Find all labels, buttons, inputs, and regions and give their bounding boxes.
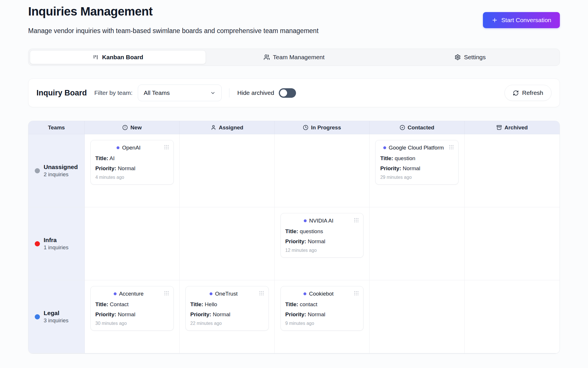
vendor-status-dot (303, 292, 306, 295)
kanban-cell-new[interactable]: OpenAITitle: AIPriority: Normal4 minutes… (85, 134, 180, 207)
inquiry-card[interactable]: NVIDIA AITitle: questionsPriority: Norma… (281, 213, 364, 258)
kanban-cell-contacted[interactable] (370, 207, 465, 280)
inquiry-card-header: OneTrust (190, 290, 264, 298)
kanban-cell-in_progress[interactable]: CookiebotTitle: contactPriority: Normal9… (275, 280, 370, 353)
lane-teams-cell: Unassigned2 inquiries (28, 134, 85, 207)
vendor-name: OpenAI (122, 145, 140, 151)
page-title: Inquiries Management (28, 5, 560, 18)
toolbar-divider (229, 88, 229, 97)
kanban-cell-contacted[interactable] (370, 280, 465, 353)
inquiry-title-label: Title: (95, 155, 108, 161)
kanban-grid: TeamsNewAssignedIn ProgressContactedArch… (28, 121, 560, 353)
vendor-name: NVIDIA AI (309, 218, 333, 224)
team-name: Infra (44, 237, 69, 244)
kanban-cell-in_progress[interactable]: NVIDIA AITitle: questionsPriority: Norma… (275, 207, 370, 280)
inquiry-priority-value: Normal (211, 311, 231, 317)
team-inquiry-count: 1 inquiries (44, 244, 69, 251)
start-conversation-button[interactable]: Start Conversation (483, 12, 560, 28)
toggle-knob (280, 89, 287, 97)
inquiry-timestamp: 12 minutes ago (285, 248, 359, 253)
team-filter-select[interactable]: All Teams (138, 85, 222, 101)
vendor-name: OneTrust (215, 291, 238, 297)
team-color-dot (35, 168, 40, 173)
inquiry-priority-line: Priority: Normal (380, 165, 454, 172)
refresh-button[interactable]: Refresh (504, 85, 552, 101)
vendor-status-dot (383, 146, 386, 149)
inquiry-card-header: OpenAI (95, 144, 169, 152)
drag-handle-icon[interactable] (259, 290, 264, 297)
inquiry-card[interactable]: OpenAITitle: AIPriority: Normal4 minutes… (90, 140, 174, 185)
inquiry-priority-value: Normal (306, 238, 325, 244)
inquiry-title-label: Title: (285, 301, 298, 307)
inquiry-priority-line: Priority: Normal (95, 311, 169, 318)
inquiry-title-label: Title: (380, 155, 393, 161)
tab-label: Team Management (273, 54, 325, 61)
drag-handle-icon[interactable] (164, 290, 169, 297)
inquiry-timestamp: 4 minutes ago (95, 175, 169, 180)
tab-label: Kanban Board (102, 54, 143, 61)
inquiry-priority-label: Priority: (380, 165, 401, 171)
inquiry-title-line: Title: AI (95, 155, 169, 162)
team-info: Infra1 inquiries (44, 237, 69, 251)
inquiry-timestamp: 22 minutes ago (190, 321, 264, 326)
kanban-cell-archived[interactable] (465, 280, 560, 353)
inquiry-timestamp: 30 minutes ago (95, 321, 169, 326)
kanban-board: TeamsNewAssignedIn ProgressContactedArch… (28, 121, 560, 354)
inquiry-timestamp: 9 minutes ago (285, 321, 359, 326)
kanban-cell-new[interactable]: AccentureTitle: ContactPriority: Normal3… (85, 280, 180, 353)
hide-archived-toggle[interactable] (279, 88, 296, 98)
column-header-label: Contacted (408, 124, 434, 131)
inquiry-title-line: Title: Hello (190, 301, 264, 308)
tab-settings[interactable]: Settings (382, 50, 558, 64)
team-inquiry-count: 2 inquiries (44, 171, 78, 178)
lane-teams-cell: Legal3 inquiries (28, 280, 85, 353)
inquiry-priority-line: Priority: Normal (285, 311, 359, 318)
kanban-cell-assigned[interactable] (180, 134, 275, 207)
column-header-archived: Archived (465, 121, 560, 134)
filter-by-team-label: Filter by team: (94, 89, 133, 96)
inquiry-title-value: Contact (108, 301, 129, 307)
inquiry-title-label: Title: (190, 301, 203, 307)
inquiry-card[interactable]: Google Cloud PlatformTitle: questionPrio… (375, 140, 459, 185)
inquiry-title-label: Title: (95, 301, 108, 307)
inquiry-priority-line: Priority: Normal (190, 311, 264, 318)
column-header-teams: Teams (28, 121, 85, 134)
team-filter-value: All Teams (144, 89, 170, 96)
kanban-cell-assigned[interactable]: OneTrustTitle: HelloPriority: Normal22 m… (180, 280, 275, 353)
drag-handle-icon[interactable] (164, 144, 169, 151)
kanban-cell-archived[interactable] (465, 134, 560, 207)
users-icon (264, 54, 270, 60)
inquiry-priority-line: Priority: Normal (95, 165, 169, 172)
vendor-name: Cookiebot (309, 291, 334, 297)
vendor-name: Google Cloud Platform (389, 145, 444, 151)
drag-handle-icon[interactable] (353, 290, 359, 297)
inquiry-card[interactable]: CookiebotTitle: contactPriority: Normal9… (281, 286, 364, 331)
kanban-cell-in_progress[interactable] (275, 134, 370, 207)
inquiry-card[interactable]: OneTrustTitle: HelloPriority: Normal22 m… (185, 286, 269, 331)
tab-label: Settings (464, 54, 486, 61)
inquiry-card-header: Cookiebot (285, 290, 359, 298)
kanban-cell-new[interactable] (85, 207, 180, 280)
kanban-cell-assigned[interactable] (180, 207, 275, 280)
kanban-cell-archived[interactable] (465, 207, 560, 280)
column-header-contacted: Contacted (370, 121, 465, 134)
inquiry-priority-value: Normal (306, 311, 325, 317)
tab-kanban-board[interactable]: Kanban Board (30, 50, 206, 64)
inquiry-card[interactable]: AccentureTitle: ContactPriority: Normal3… (90, 286, 174, 331)
inquiry-title-label: Title: (285, 228, 298, 234)
inquiry-priority-line: Priority: Normal (285, 238, 359, 245)
column-header-label: Assigned (219, 124, 243, 131)
drag-handle-icon[interactable] (353, 217, 359, 224)
inquiry-title-line: Title: question (380, 155, 454, 162)
kanban-cell-contacted[interactable]: Google Cloud PlatformTitle: questionPrio… (370, 134, 465, 207)
column-header-label: In Progress (311, 124, 341, 131)
inquiry-priority-label: Priority: (285, 311, 306, 317)
tab-team-management[interactable]: Team Management (206, 50, 382, 64)
alert-circle-icon (122, 125, 128, 130)
gear-icon (454, 54, 461, 60)
inquiry-card-title-group: OpenAI (95, 145, 169, 151)
column-header-assigned: Assigned (180, 121, 275, 134)
drag-handle-icon[interactable] (448, 144, 454, 151)
inquiry-priority-label: Priority: (95, 165, 116, 171)
team-info: Legal3 inquiries (44, 310, 69, 324)
